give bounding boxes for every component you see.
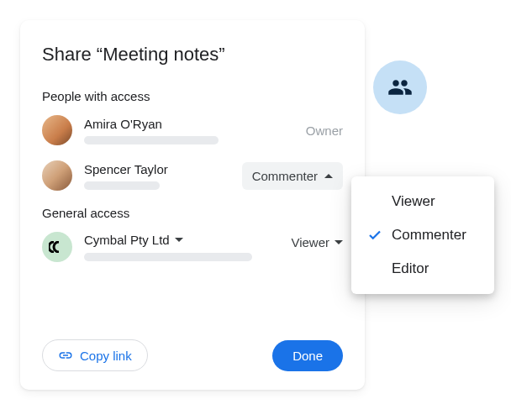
copy-link-button[interactable]: Copy link [42,339,148,371]
menu-item-label: Commenter [392,227,466,244]
people-icon [387,75,413,100]
caret-down-icon [335,240,343,244]
org-name: Cymbal Pty Ltd [84,233,170,247]
share-dialog: Share “Meeting notes” People with access… [20,20,365,390]
person-name: Amira O'Ryan [84,117,306,131]
menu-item-label: Editor [392,260,429,277]
person-email-placeholder [84,181,160,190]
avatar [42,115,72,145]
people-badge [373,60,427,114]
role-owner-label: Owner [306,123,343,138]
org-scope-dropdown[interactable]: Cymbal Pty Ltd [84,233,183,247]
caret-up-icon [324,174,333,178]
org-logo-icon [49,241,66,253]
role-menu-item-viewer[interactable]: Viewer [351,185,494,218]
role-menu-item-commenter[interactable]: Commenter [351,218,494,252]
person-name: Spencer Taylor [84,162,242,176]
avatar [42,160,72,191]
caret-down-icon [175,238,183,242]
done-button[interactable]: Done [272,340,343,371]
general-access-row: Cymbal Pty Ltd Viewer [42,232,343,262]
person-info: Spencer Taylor [84,162,242,190]
role-dropdown-label: Commenter [252,169,318,183]
people-section-label: People with access [42,89,343,103]
org-avatar [42,232,72,262]
copy-link-label: Copy link [80,349,132,363]
dialog-footer: Copy link Done [42,339,343,371]
role-menu: Viewer Commenter Editor [351,176,494,294]
org-desc-placeholder [84,253,252,261]
general-role-dropdown[interactable]: Viewer [291,235,343,249]
person-row: Spencer Taylor Commenter [42,160,343,191]
general-section-label: General access [42,206,343,220]
dialog-title: Share “Meeting notes” [42,44,343,66]
person-info: Amira O'Ryan [84,117,306,144]
role-menu-item-editor[interactable]: Editor [351,252,494,286]
menu-item-label: Viewer [392,193,435,210]
check-icon [366,228,383,243]
link-icon [58,348,73,363]
general-role-label: Viewer [291,235,329,249]
person-email-placeholder [84,136,219,144]
person-row: Amira O'Ryan Owner [42,115,343,145]
role-dropdown[interactable]: Commenter [242,162,343,190]
